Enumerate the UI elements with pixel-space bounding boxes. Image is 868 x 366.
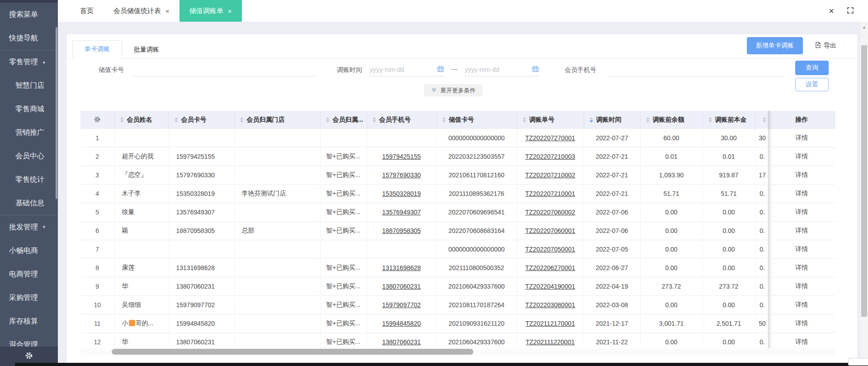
order-no-link[interactable]: TZ202204190001 bbox=[525, 283, 576, 290]
detail-link[interactable]: 详情 bbox=[795, 208, 808, 215]
topbar-tab[interactable]: 首页 bbox=[70, 0, 104, 22]
sidebar-scrollbar[interactable] bbox=[56, 27, 57, 199]
sort-icon[interactable] bbox=[326, 117, 330, 123]
settings-gear-icon[interactable] bbox=[25, 352, 33, 361]
detail-link[interactable]: 详情 bbox=[795, 264, 808, 271]
sidebar-item-库存核算[interactable]: 库存核算 bbox=[0, 309, 58, 333]
column-header[interactable]: 调账时间 bbox=[584, 111, 640, 129]
add-adjustment-button[interactable]: 新增单卡调账 bbox=[747, 37, 803, 54]
detail-link[interactable]: 详情 bbox=[795, 301, 808, 308]
export-button[interactable]: 导出 bbox=[815, 42, 836, 50]
column-header[interactable]: 会员姓名 bbox=[114, 111, 169, 129]
calendar-icon[interactable] bbox=[437, 66, 444, 74]
phone-link[interactable]: 15350328019 bbox=[382, 190, 421, 197]
sort-icon[interactable] bbox=[590, 117, 593, 123]
column-header[interactable]: 调账前本金 bbox=[703, 111, 755, 129]
phone-link[interactable]: 18870958305 bbox=[382, 227, 421, 234]
date-end-input[interactable] bbox=[464, 63, 530, 76]
detail-link[interactable]: 详情 bbox=[795, 134, 808, 141]
order-no-link[interactable]: TZ202207210003 bbox=[525, 153, 576, 160]
phone-link[interactable]: 15797690330 bbox=[382, 171, 421, 179]
phone-link[interactable]: 15979425155 bbox=[382, 153, 421, 160]
sidebar-item-label: 基础信息 bbox=[15, 199, 44, 208]
date-start-input[interactable] bbox=[369, 63, 435, 76]
calendar-icon[interactable] bbox=[532, 66, 539, 74]
pagination-stub[interactable] bbox=[848, 358, 868, 366]
detail-link[interactable]: 详情 bbox=[795, 190, 808, 197]
fullscreen-button[interactable] bbox=[843, 3, 858, 19]
topbar-tab[interactable]: 储值调账单× bbox=[179, 0, 242, 22]
order-no-link[interactable]: TZ202207060001 bbox=[525, 227, 576, 234]
phone-link[interactable]: 13807060231 bbox=[382, 283, 421, 290]
sidebar-item-快捷导航[interactable]: 快捷导航 bbox=[0, 26, 58, 50]
order-no-link[interactable]: TZ202206270001 bbox=[525, 264, 576, 271]
column-header[interactable]: 会员归属门店 bbox=[234, 111, 320, 129]
detail-link[interactable]: 详情 bbox=[795, 171, 808, 178]
search-button[interactable]: 查询 bbox=[795, 61, 829, 75]
sidebar-item-会员中心[interactable]: 会员中心 bbox=[0, 144, 58, 168]
sort-asc-icon bbox=[240, 117, 244, 119]
phone-link[interactable]: 15994845820 bbox=[382, 320, 421, 327]
topbar-tab[interactable]: 会员储值统计表× bbox=[104, 0, 179, 22]
phone-link[interactable]: 13807060231 bbox=[382, 338, 421, 346]
sidebar-item-批发管理[interactable]: 批发管理▼ bbox=[0, 215, 58, 239]
order-no-link[interactable]: TZ202207270001 bbox=[525, 134, 576, 142]
detail-link[interactable]: 详情 bbox=[795, 227, 808, 234]
phone-input[interactable] bbox=[609, 63, 787, 76]
detail-link[interactable]: 详情 bbox=[795, 282, 808, 290]
sort-icon[interactable] bbox=[175, 117, 178, 123]
card-no-input[interactable] bbox=[133, 63, 317, 76]
page-scrollbar-thumb[interactable] bbox=[861, 45, 867, 317]
order-no-link[interactable]: TZ202207210002 bbox=[525, 171, 576, 179]
phone-link[interactable]: 15979097702 bbox=[382, 301, 421, 309]
sort-icon[interactable] bbox=[708, 117, 712, 123]
expand-more-button[interactable]: 展开更多条件 bbox=[424, 84, 483, 96]
sort-icon[interactable] bbox=[442, 117, 446, 123]
close-button[interactable]: × bbox=[824, 3, 839, 19]
column-header[interactable]: 会员手机号 bbox=[367, 111, 436, 129]
scroll-up-icon[interactable]: ▲ bbox=[860, 24, 868, 31]
column-settings-header[interactable] bbox=[80, 111, 114, 129]
detail-link[interactable]: 详情 bbox=[795, 338, 808, 345]
order-no-link[interactable]: TZ202207050001 bbox=[525, 246, 576, 253]
sidebar-item-零售管理[interactable]: 零售管理▲ bbox=[0, 50, 58, 74]
sidebar-item-营销推广[interactable]: 营销推广 bbox=[0, 121, 58, 144]
sidebar-item-基础信息[interactable]: 基础信息 bbox=[0, 191, 58, 215]
column-header[interactable]: 会员归属... bbox=[320, 111, 367, 129]
sidebar-item-采购管理[interactable]: 采购管理 bbox=[0, 286, 58, 309]
sidebar-item-搜索菜单[interactable]: 搜索菜单 bbox=[0, 3, 58, 26]
sidebar-item-零售商城[interactable]: 零售商城 bbox=[0, 97, 58, 121]
column-header[interactable]: 调账单号 bbox=[517, 111, 584, 129]
sort-icon[interactable] bbox=[646, 117, 650, 123]
sidebar-item-小畅电商[interactable]: 小畅电商 bbox=[0, 239, 58, 262]
order-no-link[interactable]: TZ202207210001 bbox=[525, 190, 576, 197]
order-no-link[interactable]: TZ202207060002 bbox=[525, 209, 576, 216]
detail-link[interactable]: 详情 bbox=[795, 245, 808, 252]
column-header[interactable]: 储值卡号 bbox=[436, 111, 517, 129]
horizontal-scrollbar-thumb[interactable] bbox=[112, 349, 473, 355]
tab-close-icon[interactable]: × bbox=[228, 8, 232, 14]
column-header[interactable]: 调账前余额 bbox=[640, 111, 703, 129]
sort-icon[interactable] bbox=[763, 117, 766, 123]
detail-link[interactable]: 详情 bbox=[795, 319, 808, 327]
phone-link[interactable]: 13576949307 bbox=[382, 209, 421, 216]
sort-icon[interactable] bbox=[240, 117, 244, 123]
subtab[interactable]: 批量调账 bbox=[122, 41, 171, 58]
sort-icon[interactable] bbox=[373, 117, 376, 123]
sidebar-item-智慧门店[interactable]: 智慧门店 bbox=[0, 74, 58, 97]
gear-icon[interactable] bbox=[94, 116, 101, 124]
order-no-link[interactable]: TZ202111220001 bbox=[526, 338, 575, 346]
column-header[interactable]: 会员卡号 bbox=[169, 111, 234, 129]
tab-close-icon[interactable]: × bbox=[165, 8, 170, 14]
phone-link[interactable]: 13131698628 bbox=[382, 264, 421, 271]
sort-icon[interactable] bbox=[120, 117, 124, 123]
order-no-link[interactable]: TZ202203080001 bbox=[525, 301, 576, 309]
sidebar-item-电商管理[interactable]: 电商管理 bbox=[0, 262, 58, 286]
detail-link[interactable]: 详情 bbox=[795, 152, 808, 160]
settings-button[interactable]: 设置 bbox=[795, 78, 829, 91]
column-header[interactable] bbox=[755, 111, 768, 129]
subtab[interactable]: 单卡调账 bbox=[72, 40, 122, 58]
sort-icon[interactable] bbox=[523, 117, 526, 123]
order-no-link[interactable]: TZ202112170001 bbox=[525, 320, 575, 327]
sidebar-item-零售统计[interactable]: 零售统计 bbox=[0, 168, 58, 191]
